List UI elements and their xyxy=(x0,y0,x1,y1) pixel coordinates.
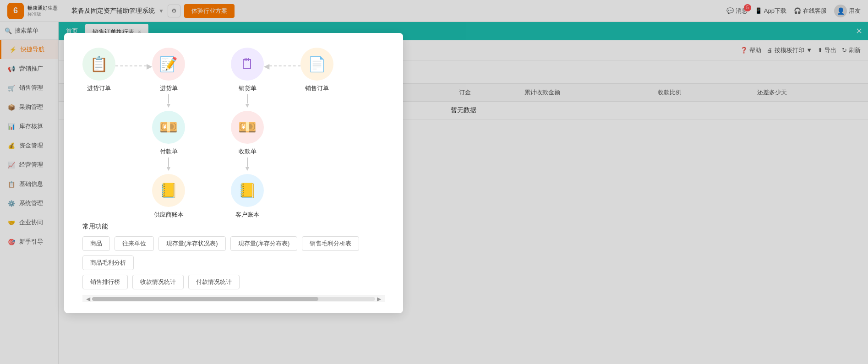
scroll-left-arrow[interactable]: ◀ xyxy=(84,296,92,302)
customer-ledger-label: 客户账本 xyxy=(235,211,259,219)
function-buttons-row2: 销售排行榜 收款情况统计 付款情况统计 xyxy=(82,275,385,289)
flow-diagram: 📋 进货订单 ▶ 📝 进货单 🗒 销货单 xyxy=(82,48,385,219)
flow-item-payment[interactable]: 💴 付款单 xyxy=(152,111,185,156)
func-btn-sales-gross[interactable]: 销售毛利分析表 xyxy=(302,236,359,251)
flow-item-receipt[interactable]: 💴 收款单 xyxy=(231,111,264,156)
receipt-icon: 💴 xyxy=(231,111,264,144)
flow-bottom-row: 📒 供应商账本 📒 客户账本 xyxy=(82,174,385,219)
flow-item-sales-bill[interactable]: 🗒 销货单 xyxy=(231,48,264,92)
func-btn-receipt-stats[interactable]: 收款情况统计 xyxy=(132,275,184,289)
func-btn-payment-stats[interactable]: 付款情况统计 xyxy=(188,275,240,289)
receipt-label: 收款单 xyxy=(239,147,257,156)
flow-item-supplier-ledger[interactable]: 📒 供应商账本 xyxy=(152,174,185,219)
down-arrow-purchase-bill: ▼ xyxy=(152,94,185,109)
sales-order-label: 销售订单 xyxy=(305,84,329,92)
scrollbar-track[interactable] xyxy=(92,297,375,301)
func-btn-product[interactable]: 商品 xyxy=(82,236,110,251)
payment-icon: 💴 xyxy=(152,111,185,144)
down-arrow-sales-bill: ▼ xyxy=(231,94,264,109)
flow-top-row: 📋 进货订单 ▶ 📝 进货单 🗒 销货单 xyxy=(82,48,385,92)
func-btn-inventory-dist[interactable]: 现存量(库存分布表) xyxy=(230,236,298,251)
modal-overlay[interactable]: 📋 进货订单 ▶ 📝 进货单 🗒 销货单 xyxy=(0,0,868,364)
purchase-bill-icon: 📝 xyxy=(152,48,185,81)
common-functions: 常用功能 商品 往来单位 现存量(库存状况表) 现存量(库存分布表) 销售毛利分… xyxy=(82,223,385,289)
down-arrow-receipt: ▼ xyxy=(231,158,264,172)
payment-label: 付款单 xyxy=(160,147,178,156)
purchase-order-label: 进货订单 xyxy=(87,84,111,92)
customer-ledger-icon: 📒 xyxy=(231,174,264,207)
supplier-ledger-icon: 📒 xyxy=(152,174,185,207)
common-functions-title: 常用功能 xyxy=(82,223,385,231)
flow-middle-row: 💴 付款单 💴 收款单 xyxy=(82,111,385,156)
flow-item-purchase-order[interactable]: 📋 进货订单 xyxy=(82,48,115,92)
sales-order-icon: 📄 xyxy=(300,48,333,81)
flow-item-customer-ledger[interactable]: 📒 客户账本 xyxy=(231,174,264,219)
arrow-h-2: ◀ xyxy=(264,62,300,71)
func-btn-inventory-status[interactable]: 现存量(库存状况表) xyxy=(158,236,226,251)
purchase-order-icon: 📋 xyxy=(82,48,115,81)
supplier-ledger-label: 供应商账本 xyxy=(154,211,184,219)
purchase-bill-label: 进货单 xyxy=(160,84,178,92)
modal-box: 📋 进货订单 ▶ 📝 进货单 🗒 销货单 xyxy=(64,33,403,313)
func-btn-partner[interactable]: 往来单位 xyxy=(115,236,154,251)
arrow-h-1: ▶ xyxy=(115,62,152,71)
flow-item-purchase-bill[interactable]: 📝 进货单 xyxy=(152,48,185,92)
down-arrow-payment: ▼ xyxy=(152,158,185,172)
scrollbar-area: ◀ ▶ xyxy=(82,295,385,302)
flow-down-arrows-2: ▼ ▼ xyxy=(82,158,385,172)
scrollbar-thumb xyxy=(92,297,318,301)
sales-bill-icon: 🗒 xyxy=(231,48,264,81)
func-btn-sales-ranking[interactable]: 销售排行榜 xyxy=(82,275,128,289)
sales-bill-label: 销货单 xyxy=(239,84,257,92)
scroll-right-arrow[interactable]: ▶ xyxy=(375,296,383,302)
flow-item-sales-order[interactable]: 📄 销售订单 xyxy=(300,48,333,92)
function-buttons: 商品 往来单位 现存量(库存状况表) 现存量(库存分布表) 销售毛利分析表 商品… xyxy=(82,236,385,270)
flow-down-arrows: ▼ ▼ xyxy=(82,94,385,109)
func-btn-product-gross[interactable]: 商品毛利分析 xyxy=(82,255,134,270)
